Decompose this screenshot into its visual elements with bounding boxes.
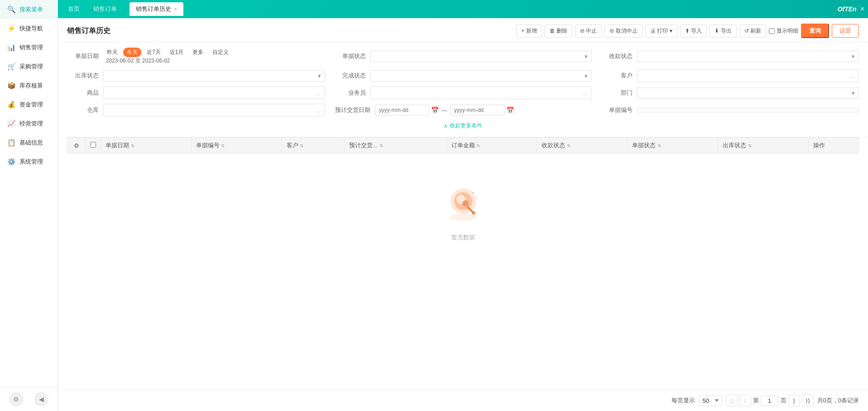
tab-sales-order-history-close[interactable]: ×	[174, 6, 177, 12]
order-amount-sort-icon[interactable]: ⇅	[476, 143, 480, 148]
completion-status-select[interactable]	[370, 70, 592, 82]
empty-state: ✦ ✦ ✦ 暂无数据	[67, 154, 859, 269]
last-page-button[interactable]: ⟩⟩	[802, 395, 814, 406]
suspend-button[interactable]: ⊘ 中止	[575, 24, 602, 38]
warehouse-dots-field[interactable]: ...	[103, 104, 325, 116]
next-page-button[interactable]: ⟩	[788, 395, 800, 406]
date-7days[interactable]: 近7天	[143, 48, 164, 57]
payment-status-column-header[interactable]: 收款状态 ⇅	[537, 138, 628, 154]
chevron-up-icon: ∧	[444, 123, 448, 129]
delivery-status-select[interactable]	[103, 70, 325, 82]
content-area: 销售订单历史 + 新增 🗑 删除 ⊘ 中止 ⊘ 取消中止 🖨 打印 ▾ ⬆ 导入…	[58, 18, 868, 411]
date-today[interactable]: 今天	[123, 48, 141, 57]
gear-column-header[interactable]: ⚙	[67, 138, 86, 154]
settings-bottom-icon[interactable]: ⚙	[9, 392, 24, 406]
sidebar: 🔍 搜索菜单 ⚡ 快捷导航 📊 销售管理 🛒 采购管理 📦 库存核算 💰 资金管…	[0, 0, 58, 411]
expected-delivery-column-header[interactable]: 预计交货... ⇅	[345, 138, 446, 154]
first-page-button[interactable]: ⟨⟨	[726, 395, 738, 406]
expected-delivery-sort-icon[interactable]: ⇅	[379, 143, 383, 148]
delete-button[interactable]: 🗑 删除	[545, 24, 572, 38]
customer-sort-icon[interactable]: ⇅	[300, 143, 303, 148]
order-amount-column-header[interactable]: 订单金额 ⇅	[446, 138, 537, 154]
order-status-column-header[interactable]: 单据状态 ⇅	[628, 138, 718, 154]
export-button[interactable]: ⬇ 导出	[710, 24, 736, 38]
empty-text: 暂无数据	[451, 233, 475, 242]
date-label: 单据日期	[67, 52, 103, 60]
date-column-header[interactable]: 单据日期 ⇅	[101, 138, 192, 154]
tab-sales-order-history[interactable]: 销售订单历史 ×	[129, 2, 183, 16]
date-yesterday[interactable]: 昨天	[103, 48, 121, 57]
date-custom[interactable]: 自定义	[209, 48, 232, 57]
setting-button[interactable]: 设置	[832, 24, 859, 38]
date-sort-icon[interactable]: ⇅	[131, 143, 134, 148]
tab-sales-order[interactable]: 销售订单 ×	[87, 2, 129, 16]
number-column-header[interactable]: 单据编号 ⇅	[191, 138, 282, 154]
refresh-button[interactable]: ↺ 刷新	[739, 24, 766, 38]
date-more[interactable]: 更多	[189, 48, 207, 57]
per-page-select[interactable]: 10 20 50 100	[699, 396, 722, 406]
new-button[interactable]: + 新增	[516, 24, 542, 38]
print-chevron-icon: ▾	[670, 28, 672, 34]
operation-column-header: 操作	[808, 138, 858, 154]
customer-column-header[interactable]: 客户 ⇅	[282, 138, 344, 154]
customer-dots-field[interactable]: ...	[637, 69, 859, 82]
page-nav: ⟨⟨ ⟨ 第 页 ⟩ ⟩⟩	[726, 395, 814, 406]
inventory-icon: 📦	[7, 82, 16, 90]
collapse-row[interactable]: ∧ 收起更多条件	[67, 120, 859, 131]
select-all-checkbox[interactable]	[90, 142, 96, 148]
number-sort-icon[interactable]: ⇅	[221, 143, 225, 148]
print-button[interactable]: 🖨 打印 ▾	[645, 24, 677, 38]
topbar-close-button[interactable]: ×	[860, 5, 864, 13]
per-page-label: 每页显示	[671, 396, 695, 405]
collapse-sidebar-button[interactable]: ◀	[34, 392, 48, 406]
department-chevron	[852, 90, 855, 97]
order-status-sort-icon[interactable]: ⇅	[657, 143, 661, 148]
finance-icon: 💰	[7, 101, 16, 109]
display-dense-checkbox[interactable]	[769, 28, 775, 34]
warehouse-control: ...	[103, 104, 325, 116]
tab-home[interactable]: 首页	[62, 2, 86, 16]
tab-sales-order-close[interactable]: ×	[120, 6, 122, 12]
sidebar-item-basic-info[interactable]: 📋 基础信息	[0, 133, 58, 152]
page-number-input[interactable]	[761, 396, 779, 406]
expected-date-end-input[interactable]	[450, 105, 504, 116]
department-select[interactable]	[637, 87, 859, 99]
sidebar-item-inventory[interactable]: 📦 库存核算	[0, 76, 58, 95]
pagination-bar: 每页显示 10 20 50 100 ⟨⟨ ⟨ 第 页 ⟩ ⟩⟩ 共0页，0条记录	[58, 390, 868, 411]
operations-icon: 📈	[7, 120, 16, 128]
sidebar-item-quick-nav[interactable]: ⚡ 快捷导航	[0, 19, 58, 38]
cancel-suspend-button[interactable]: ⊘ 取消中止	[604, 24, 642, 38]
order-status-label: 单据状态	[334, 52, 370, 60]
expected-date-end-cal-icon[interactable]: 📅	[506, 106, 514, 114]
sidebar-item-finance[interactable]: 💰 资金管理	[0, 95, 58, 114]
expected-date-start-input[interactable]	[375, 105, 429, 116]
sidebar-item-system[interactable]: ⚙️ 系统管理	[0, 152, 58, 171]
sidebar-item-sales[interactable]: 📊 销售管理	[0, 38, 58, 57]
sidebar-item-operations[interactable]: 📈 经营管理	[0, 114, 58, 133]
warehouse-dots: ...	[315, 106, 321, 114]
import-button[interactable]: ⬆ 导入	[680, 24, 707, 38]
department-control	[637, 87, 859, 99]
payment-status-select[interactable]	[637, 51, 859, 62]
prev-page-button[interactable]: ⟨	[739, 395, 751, 406]
sidebar-item-search[interactable]: 🔍 搜索菜单	[0, 0, 58, 19]
payment-status-chevron	[852, 53, 855, 60]
filter-completion-status-item: 完成状态	[334, 70, 592, 82]
salesperson-dots-field[interactable]: ...	[370, 87, 592, 99]
delivery-status-column-header[interactable]: 出库状态 ⇅	[718, 138, 809, 154]
goods-dots-field[interactable]: ...	[103, 87, 325, 99]
purchase-icon: 🛒	[7, 63, 16, 71]
table-area: ⚙ 单据日期 ⇅ 单据编号 ⇅ 客户	[58, 137, 868, 390]
sales-icon: 📊	[7, 44, 16, 52]
delivery-status-sort-icon[interactable]: ⇅	[748, 143, 752, 148]
expected-date-start-cal-icon[interactable]: 📅	[431, 106, 439, 114]
payment-status-sort-icon[interactable]: ⇅	[567, 143, 571, 148]
sidebar-item-purchase[interactable]: 🛒 采购管理	[0, 57, 58, 76]
query-button[interactable]: 查询	[801, 24, 829, 38]
order-status-select[interactable]	[370, 51, 592, 62]
quick-nav-icon: ⚡	[7, 24, 16, 33]
delivery-status-label: 出库状态	[67, 72, 103, 80]
date-1month[interactable]: 近1月	[166, 48, 187, 57]
order-status-control	[370, 51, 592, 62]
order-number-field[interactable]	[637, 108, 859, 112]
